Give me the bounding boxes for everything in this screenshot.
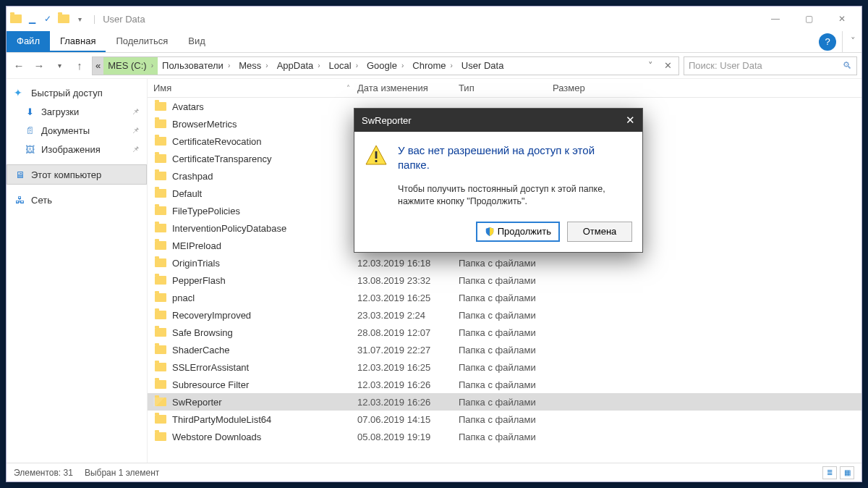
pin-icon: 📌︎ — [132, 126, 140, 135]
table-row[interactable]: ShaderCache31.07.2019 22:27Папка с файла… — [148, 341, 861, 358]
download-icon: ⬇ — [24, 106, 35, 117]
maximize-button[interactable]: ▢ — [792, 7, 825, 31]
crumb-item[interactable]: Local› — [325, 57, 362, 75]
qa-check-icon[interactable]: ✓ — [41, 12, 54, 25]
table-row[interactable]: SSLErrorAssistant12.03.2019 16:25Папка с… — [148, 358, 861, 376]
table-row[interactable]: RecoveryImproved23.03.2019 2:24Папка с ф… — [148, 306, 861, 324]
forward-button[interactable]: → — [31, 58, 47, 74]
ribbon-toggle-icon[interactable]: ˅ — [845, 31, 861, 52]
crumb-overflow[interactable]: « — [93, 57, 103, 75]
sidebar-item-label: Быстрый доступ — [31, 88, 103, 98]
menu-share[interactable]: Поделиться — [106, 31, 178, 52]
sidebar-item-network[interactable]: 🖧︎ Сеть — [7, 190, 147, 209]
cell-date: 12.03.2019 16:18 — [357, 258, 459, 269]
crumb-disk[interactable]: MES (C:)› — [103, 57, 158, 75]
menu-file[interactable]: Файл — [7, 31, 50, 52]
recent-dropdown-icon[interactable]: ▾ — [51, 58, 67, 74]
file-name: ShaderCache — [172, 345, 230, 356]
menu-home[interactable]: Главная — [50, 31, 106, 52]
cell-name: ThirdPartyModuleList64 — [148, 414, 357, 425]
up-button[interactable]: ↑ — [72, 58, 88, 74]
continue-button[interactable]: Продолжить — [476, 222, 560, 242]
table-row[interactable]: ThirdPartyModuleList6407.06.2019 14:15Па… — [148, 411, 861, 428]
cell-type: Папка с файлами — [459, 362, 553, 373]
qa-menu-icon[interactable] — [57, 12, 70, 25]
pin-icon: 📌︎ — [132, 107, 140, 116]
cell-name: ShaderCache — [148, 345, 357, 356]
sidebar-item-label: Этот компьютер — [31, 169, 101, 180]
file-name: OriginTrials — [172, 258, 220, 269]
addr-clear-icon[interactable]: ✕ — [660, 58, 676, 74]
folder-icon — [155, 137, 166, 146]
dialog-title-bar[interactable]: SwReporter ✕ — [354, 109, 642, 132]
crumb-item[interactable]: Mess› — [234, 57, 272, 75]
sidebar-item-quick-access[interactable]: Быстрый доступ — [7, 83, 147, 102]
permission-dialog: SwReporter ✕ У вас нет разрешений на дос… — [354, 108, 643, 253]
button-label: Отмена — [583, 226, 617, 237]
cell-date: 12.03.2019 16:26 — [357, 397, 459, 408]
cell-name: Avatars — [148, 101, 357, 112]
dialog-close-icon[interactable]: ✕ — [626, 114, 635, 127]
title-bar: ▁ ✓ ▾ | User Data — ▢ ✕ — [7, 7, 861, 31]
dialog-title: SwReporter — [362, 115, 412, 126]
file-name: pnacl — [172, 293, 195, 303]
file-name: SSLErrorAssistant — [172, 362, 249, 373]
column-headers: Имя˄ Дата изменения Тип Размер — [148, 79, 861, 98]
file-name: Crashpad — [172, 171, 213, 182]
search-input[interactable]: Поиск: User Data 🔍︎ — [684, 56, 857, 75]
sidebar-item-pictures[interactable]: 🖼︎ Изображения 📌︎ — [7, 140, 147, 159]
sidebar-item-this-pc[interactable]: 🖥︎ Этот компьютер — [7, 164, 147, 185]
addr-dropdown-icon[interactable]: ˅ — [642, 58, 658, 74]
explorer-window: ▁ ✓ ▾ | User Data — ▢ ✕ Файл Главная Под… — [6, 6, 862, 482]
sidebar-item-documents[interactable]: 📄︎ Документы 📌︎ — [7, 121, 147, 140]
crumb-item[interactable]: AppData› — [273, 57, 325, 75]
svg-rect-2 — [375, 160, 378, 162]
status-count: Элементов: 31 — [14, 468, 73, 478]
crumb-item[interactable]: Пользователи› — [158, 57, 234, 75]
sidebar-item-label: Документы — [41, 125, 90, 136]
back-button[interactable]: ← — [11, 58, 27, 74]
folder-icon — [155, 172, 166, 180]
address-bar[interactable]: « MES (C:)› Пользователи› Mess› AppData›… — [92, 56, 679, 75]
column-type[interactable]: Тип — [459, 83, 553, 93]
table-row[interactable]: Safe Browsing28.08.2019 12:07Папка с фай… — [148, 324, 861, 341]
menu-view[interactable]: Вид — [178, 31, 216, 52]
folder-icon — [155, 154, 166, 163]
qa-save-icon[interactable]: ▁ — [25, 12, 38, 25]
folder-icon — [155, 241, 166, 250]
close-button[interactable]: ✕ — [825, 7, 859, 31]
window-title: User Data — [103, 14, 145, 25]
crumb-item[interactable]: User Data — [457, 57, 509, 75]
column-date[interactable]: Дата изменения — [357, 83, 459, 93]
cell-date: 05.08.2019 19:19 — [357, 432, 459, 442]
column-size[interactable]: Размер — [553, 83, 610, 93]
nav-row: ← → ▾ ↑ « MES (C:)› Пользователи› Mess› … — [7, 53, 861, 79]
folder-icon — [155, 102, 166, 111]
warning-icon — [365, 143, 388, 209]
file-name: MEIPreload — [172, 240, 221, 251]
crumb-item[interactable]: Google› — [362, 57, 408, 75]
folder-icon — [155, 224, 166, 232]
view-large-icon[interactable]: ▦ — [840, 466, 854, 479]
file-name: FileTypePolicies — [172, 206, 240, 216]
table-row[interactable]: PepperFlash13.08.2019 23:32Папка с файла… — [148, 272, 861, 289]
view-details-icon[interactable]: ≣ — [822, 466, 837, 479]
file-name: CertificateTransparency — [172, 153, 272, 164]
table-row[interactable]: pnacl12.03.2019 16:25Папка с файлами — [148, 289, 861, 306]
column-name[interactable]: Имя˄ — [148, 83, 357, 93]
crumb-item[interactable]: Chrome› — [408, 57, 457, 75]
table-row[interactable]: SwReporter12.03.2019 16:26Папка с файлам… — [148, 393, 861, 411]
table-row[interactable]: OriginTrials12.03.2019 16:18Папка с файл… — [148, 254, 861, 272]
cell-name: BrowserMetrics — [148, 119, 357, 130]
table-row[interactable]: Subresource Filter12.03.2019 16:26Папка … — [148, 376, 861, 393]
folder-icon — [155, 415, 166, 424]
help-icon[interactable]: ? — [819, 33, 836, 51]
chevron-down-icon[interactable]: ▾ — [73, 12, 86, 25]
sidebar-item-downloads[interactable]: ⬇ Загрузки 📌︎ — [7, 102, 147, 121]
cancel-button[interactable]: Отмена — [567, 222, 632, 242]
cell-date: 12.03.2019 16:25 — [357, 362, 459, 373]
table-row[interactable]: Webstore Downloads05.08.2019 19:19Папка … — [148, 428, 861, 445]
folder-icon — [155, 293, 166, 302]
minimize-button[interactable]: — — [759, 7, 792, 31]
cell-type: Папка с файлами — [459, 432, 553, 442]
